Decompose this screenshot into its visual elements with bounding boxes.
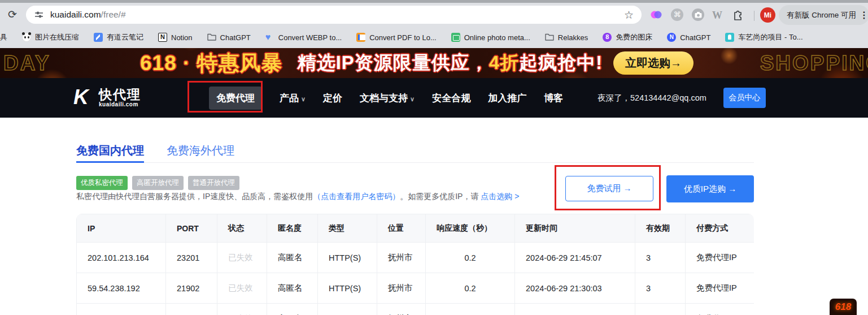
col-header-ip: IP — [77, 214, 166, 243]
banner-deco-right: SHOPPING — [760, 51, 868, 75]
bookmark-item[interactable]: ♥Convert WEBP to... — [265, 33, 342, 42]
active-tab-underline — [76, 161, 144, 163]
cell-status: 已失效 — [217, 304, 267, 315]
profile-avatar[interactable]: Mi — [760, 7, 775, 23]
cell-ip: 59.54.238.192 — [77, 273, 166, 304]
desc-text: 。如需更多优质IP，请 — [400, 192, 481, 201]
toolbar-separator — [754, 11, 754, 21]
cell-validity: 3 — [635, 243, 686, 273]
free-trial-button[interactable]: 免费试用 → — [565, 176, 653, 201]
buy-ip-link[interactable]: 点击选购 > — [481, 192, 519, 201]
wikipedia-extension-icon[interactable]: W — [712, 10, 722, 21]
col-header-type: 类型 — [318, 214, 377, 243]
promo-banner[interactable]: DAY SHOPPING 618 · 特惠风暴 精选IP资源限量供应，4折起疯抢… — [0, 48, 868, 78]
url-path: /free/# — [101, 10, 126, 19]
nav-item-products[interactable]: 产品∨ — [280, 92, 306, 105]
promo-618-badge[interactable]: 618 — [830, 299, 857, 315]
bookmark-label: 工具 — [0, 32, 7, 42]
folder-icon — [207, 33, 216, 42]
bookmark-label: Convert PDF to Lo... — [369, 33, 437, 42]
bookmark-item[interactable]: Online photo meta... — [451, 33, 530, 42]
browser-menu-icon[interactable]: ⋮ — [860, 10, 868, 20]
bookmark-item[interactable]: 工具 — [0, 32, 7, 42]
screen: ⟳ kuaidaili.com/free/# ☆ ⌘ W Mi 有新版 Chro… — [0, 0, 868, 315]
annotation-box-free-proxy — [187, 81, 263, 113]
url-text[interactable]: kuaidaili.com/free/# — [50, 10, 126, 20]
banner-deco-left: DAY — [3, 51, 51, 75]
banner-headline: 618 · 特惠风暴 精选IP资源限量供应，4折起疯抢中! — [140, 49, 603, 77]
extensions-puzzle-icon[interactable] — [732, 10, 743, 23]
bookmark-item[interactable]: Notion — [158, 33, 193, 42]
col-header-port: PORT — [166, 214, 217, 243]
bookmark-star-icon[interactable]: ☆ — [624, 8, 634, 21]
folder-icon — [545, 33, 554, 42]
logo-k-icon: K — [73, 87, 94, 108]
nav-item-pricing[interactable]: 定价 — [323, 92, 342, 105]
tab-domestic-free-proxy[interactable]: 免费国内代理 — [76, 143, 144, 158]
bookmark-label: Online photo meta... — [464, 33, 530, 42]
bookmark-item[interactable]: 车艺尚的项目 - To... — [725, 32, 802, 42]
premium-ip-button[interactable]: 优质IP选购 → — [666, 175, 754, 202]
banner-headline-main: 精选IP资源限量供应，4折起疯抢中! — [298, 50, 603, 76]
camera-extension-icon[interactable] — [692, 8, 704, 21]
nav-item-blog[interactable]: 博客 — [544, 92, 563, 105]
banner-text: 起疯抢中! — [519, 52, 603, 73]
banner-discount: 4折 — [489, 52, 519, 73]
reload-icon[interactable]: ⟳ — [8, 8, 17, 21]
cell-updated: 2024-06-29 21:30:03 — [515, 273, 635, 304]
url-bar[interactable]: kuaidaili.com/free/# ☆ — [26, 6, 642, 24]
cell-location: 抚州市 — [377, 243, 426, 273]
tag-private-proxy[interactable]: 优质私密代理 — [76, 176, 128, 190]
tab-overseas-free-proxy[interactable]: 免费海外代理 — [167, 143, 234, 158]
bookmark-item[interactable]: Relakkes — [545, 33, 588, 42]
col-header-validity: 有效期 — [635, 214, 686, 243]
bookmark-item[interactable]: 图片在线压缩 — [22, 32, 79, 42]
cell-payment: 免费代理IP — [686, 243, 754, 273]
panda-icon — [22, 33, 31, 42]
col-header-updated: 更新时间 — [515, 214, 635, 243]
col-header-speed: 响应速度（秒） — [426, 214, 515, 243]
tabs-divider — [76, 162, 754, 163]
youdao-note-icon — [94, 33, 103, 42]
cell-anonymity: 高匿名 — [267, 273, 318, 304]
tag-normal-open-proxy[interactable]: 普通开放代理 — [188, 176, 239, 190]
nav-item-docs[interactable]: 文档与支持∨ — [360, 92, 415, 105]
bookmark-item[interactable]: ChatGPT — [207, 33, 251, 42]
bookmark-item[interactable]: 免费的图床 — [603, 32, 652, 42]
bookmark-item[interactable]: 有道云笔记 — [94, 32, 143, 42]
nav-item-compliance[interactable]: 安全合规 — [432, 92, 470, 105]
bookmark-item[interactable]: ChatGPT — [667, 33, 710, 42]
bookmark-label: ChatGPT — [220, 33, 251, 42]
image-host-icon — [603, 33, 612, 42]
cell-payment: 免费代理IP — [686, 304, 754, 315]
view-credentials-link[interactable]: （点击查看用户名密码） — [313, 192, 400, 201]
bookmark-item[interactable]: Convert PDF to Lo... — [356, 33, 437, 42]
proxy-tabs: 免费国内代理 免费海外代理 — [76, 143, 234, 158]
brain-extension-icon[interactable] — [651, 10, 662, 22]
site-settings-icon[interactable] — [34, 10, 43, 19]
url-domain: kuaidaili.com — [50, 10, 101, 19]
cell-status: 已失效 — [217, 243, 267, 273]
table-header-row: IP PORT 状态 匿名度 类型 位置 响应速度（秒） 更新时间 有效期 付费… — [77, 214, 754, 243]
browser-toolbar: ⟳ kuaidaili.com/free/# ☆ ⌘ W Mi 有新版 Chro… — [0, 3, 868, 27]
cell-validity: 3 — [635, 304, 686, 315]
chrome-update-pill[interactable]: 有新版 Chrome 可用 ⋮ — [779, 5, 868, 25]
command-extension-icon[interactable]: ⌘ — [671, 8, 683, 21]
bookmark-label: ChatGPT — [680, 33, 710, 42]
col-header-anonymity: 匿名度 — [267, 214, 318, 243]
table-row: 117.57.93.95 21021 已失效 高匿名 HTTP(S) 抚州市 0… — [77, 304, 754, 315]
logo-title: 快代理 — [99, 88, 141, 101]
cell-location: 抚州市 — [377, 304, 426, 315]
site-logo[interactable]: K 快代理kuaidaili.com — [73, 87, 141, 108]
logo-subtitle: kuaidaili.com — [99, 101, 141, 107]
nav-item-affiliate[interactable]: 加入推广 — [488, 92, 526, 105]
member-center-button[interactable]: 会员中心 — [723, 88, 766, 108]
proxy-description: 私密代理由快代理自营服务器提供，IP速度快、品质高，需鉴权使用（点击查看用户名密… — [76, 192, 519, 202]
banner-buy-now-button[interactable]: 立即选购→ — [613, 51, 693, 75]
photo-meta-icon — [451, 33, 460, 42]
cell-location: 抚州市 — [377, 273, 426, 304]
project-icon — [725, 33, 734, 42]
cell-payment: 免费代理IP — [686, 273, 754, 304]
cell-updated: 2024-06-29 21:15:07 — [515, 304, 635, 315]
tag-anonymous-open-proxy[interactable]: 高匿开放代理 — [132, 176, 184, 190]
